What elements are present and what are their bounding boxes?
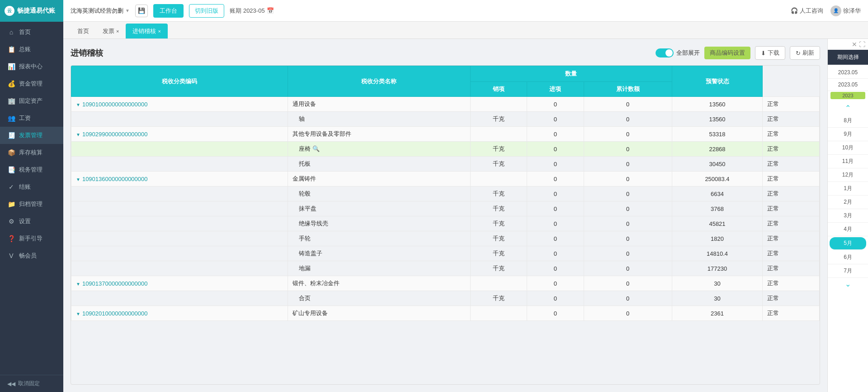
sidebar-item-invoice[interactable]: 🧾 发票管理 bbox=[0, 127, 63, 144]
period-month-12月[interactable]: 12月 bbox=[828, 168, 868, 182]
table-row: ▼10901360000000000000 金属铸件 0 0 250083.4 … bbox=[71, 172, 820, 186]
close-period-panel-icon[interactable]: ✕ bbox=[852, 41, 857, 48]
company-dropdown-icon: ▼ bbox=[125, 8, 130, 13]
period-month-3月[interactable]: 3月 bbox=[828, 209, 868, 223]
tax-code-cell bbox=[71, 201, 288, 216]
tab-home[interactable]: 首页 bbox=[71, 24, 96, 38]
sidebar-item-settings[interactable]: ⚙ 设置 bbox=[0, 213, 63, 230]
tax-name-cell: 锻件、粉末冶金件 bbox=[288, 276, 470, 291]
unit-cell: 千克 bbox=[470, 261, 527, 276]
table-row: 抹平盘 千克 0 0 3768 正常 bbox=[71, 201, 820, 216]
customer-service-button[interactable]: 🎧 人工咨询 bbox=[791, 7, 823, 15]
tax-code-cell bbox=[71, 246, 288, 261]
page-title-bar: 进销稽核 全部展开 商品编码设置 ⬇ 下载 ↻ 刷新 bbox=[71, 46, 820, 60]
sidebar-footer-cancel-pin[interactable]: ◀◀ 取消固定 bbox=[0, 375, 63, 392]
status-cell: 正常 bbox=[763, 157, 820, 172]
table-row: 座椅🔍 千克 0 0 22868 正常 bbox=[71, 142, 820, 157]
workspace-button[interactable]: 工作台 bbox=[153, 4, 184, 18]
period-year-item-0[interactable]: 2023.05 bbox=[828, 67, 868, 79]
search-icon[interactable]: 🔍 bbox=[312, 145, 320, 152]
purchase-cell: 0 bbox=[584, 276, 672, 291]
period-month-4月[interactable]: 4月 bbox=[828, 223, 868, 236]
tax-code-cell bbox=[71, 216, 288, 231]
cumulative-cell: 30450 bbox=[672, 157, 763, 172]
company-selector[interactable]: 沈海英测试经营勿删 ▼ bbox=[71, 7, 130, 15]
sidebar-item-home[interactable]: ⌂ 首页 bbox=[0, 24, 63, 41]
collapse-icon[interactable]: ▼ bbox=[76, 102, 80, 107]
period-month-10月[interactable]: 10月 bbox=[828, 141, 868, 155]
download-button[interactable]: ⬇ 下载 bbox=[755, 46, 785, 60]
refresh-icon: ↻ bbox=[796, 50, 801, 57]
user-name: 徐泽华 bbox=[843, 7, 861, 15]
sidebar-item-reports[interactable]: 📊 报表中心 bbox=[0, 58, 63, 75]
tax-code-cell: ▼10901370000000000000 bbox=[71, 276, 288, 291]
sales-cell: 0 bbox=[527, 291, 584, 306]
sidebar-item-vip[interactable]: V 畅会员 bbox=[0, 247, 63, 264]
product-code-settings-button[interactable]: 商品编码设置 bbox=[704, 47, 750, 59]
col-header-tax-name: 税收分类名称 bbox=[288, 66, 470, 97]
cumulative-cell: 6634 bbox=[672, 186, 763, 201]
tax-name-cell: 抹平盘 bbox=[288, 201, 470, 216]
period-month-2月[interactable]: 2月 bbox=[828, 196, 868, 209]
period-month-5月[interactable]: 5月 bbox=[830, 237, 866, 250]
collapse-icon[interactable]: ▼ bbox=[76, 282, 80, 287]
cumulative-cell: 2361 bbox=[672, 306, 763, 321]
sales-cell: 0 bbox=[527, 231, 584, 246]
tab-close-reconcile[interactable]: × bbox=[158, 29, 160, 34]
unit-cell bbox=[470, 172, 527, 186]
unit-cell: 千克 bbox=[470, 216, 527, 231]
calendar-icon[interactable]: 📅 bbox=[267, 7, 274, 14]
tax-code-cell: ▼10901000000000000000 bbox=[71, 97, 288, 112]
sales-cell: 0 bbox=[527, 112, 584, 127]
reports-label: 报表中心 bbox=[19, 62, 42, 71]
tab-invoice[interactable]: 发票× bbox=[96, 24, 126, 38]
unit-cell: 千克 bbox=[470, 186, 527, 201]
tab-close-invoice[interactable]: × bbox=[116, 29, 119, 34]
period-year-item-1[interactable]: 2023.05 bbox=[828, 79, 868, 91]
table-row: 轴 千克 0 0 13560 正常 bbox=[71, 112, 820, 127]
period-month-6月[interactable]: 6月 bbox=[828, 251, 868, 264]
funds-label: 资金管理 bbox=[19, 80, 42, 88]
period-month-1月[interactable]: 1月 bbox=[828, 182, 868, 196]
tab-label-reconcile: 进销稽核 bbox=[132, 27, 156, 35]
tab-reconcile[interactable]: 进销稽核× bbox=[126, 24, 167, 38]
unit-cell: 千克 bbox=[470, 246, 527, 261]
period-nav-down[interactable]: ⌄ bbox=[828, 278, 868, 290]
expand-period-panel-icon[interactable]: ⛶ bbox=[859, 41, 865, 48]
sidebar-item-inventory[interactable]: 📦 库存核算 bbox=[0, 144, 63, 161]
period-month-8月[interactable]: 8月 bbox=[828, 114, 868, 128]
period-nav-up[interactable]: ⌃ bbox=[828, 102, 868, 114]
sales-cell: 0 bbox=[527, 172, 584, 186]
sidebar-item-close[interactable]: ✓ 结账 bbox=[0, 178, 63, 196]
collapse-icon[interactable]: ▼ bbox=[76, 311, 80, 316]
sidebar-item-archive[interactable]: 📁 归档管理 bbox=[0, 196, 63, 213]
tax-name-cell: 托板 bbox=[288, 157, 470, 172]
tabbar: 首页发票×进销稽核× bbox=[63, 22, 868, 39]
service-label: 人工咨询 bbox=[800, 7, 823, 15]
period-month-11月[interactable]: 11月 bbox=[828, 155, 868, 168]
expand-toggle-switch[interactable] bbox=[656, 48, 674, 57]
save-button[interactable]: 💾 bbox=[135, 5, 148, 17]
refresh-button[interactable]: ↻ 刷新 bbox=[790, 46, 820, 60]
pin-icon: ◀◀ bbox=[7, 381, 15, 387]
collapse-icon[interactable]: ▼ bbox=[76, 132, 80, 137]
col-header-purchase: 进项 bbox=[527, 82, 584, 97]
sidebar-item-funds[interactable]: 💰 资金管理 bbox=[0, 75, 63, 92]
sidebar-item-ledger[interactable]: 📋 总账 bbox=[0, 41, 63, 58]
inventory-label: 库存核算 bbox=[19, 148, 42, 157]
sidebar-nav: ⌂ 首页 📋 总账 📊 报表中心 💰 资金管理 🏢 固定资产 👥 工资 🧾 发票… bbox=[0, 22, 63, 375]
period-panel-title: 期间选择 bbox=[828, 50, 868, 65]
collapse-icon[interactable]: ▼ bbox=[76, 177, 80, 182]
period-month-7月[interactable]: 7月 bbox=[828, 264, 868, 278]
period-month-9月[interactable]: 9月 bbox=[828, 128, 868, 141]
sales-cell: 0 bbox=[527, 157, 584, 172]
close-icon: ✓ bbox=[7, 183, 15, 191]
sidebar-item-assets[interactable]: 🏢 固定资产 bbox=[0, 92, 63, 110]
oldver-button[interactable]: 切到旧版 bbox=[189, 4, 224, 18]
sidebar-item-payroll[interactable]: 👥 工资 bbox=[0, 110, 63, 127]
sidebar-item-guide[interactable]: ❓ 新手引导 bbox=[0, 230, 63, 247]
sidebar-item-tax[interactable]: 📑 税务管理 bbox=[0, 161, 63, 178]
toggle-expand-control: 全部展开 bbox=[656, 48, 700, 57]
tax-code-cell: ▼10902010000000000000 bbox=[71, 306, 288, 321]
tax-code-cell bbox=[71, 112, 288, 127]
